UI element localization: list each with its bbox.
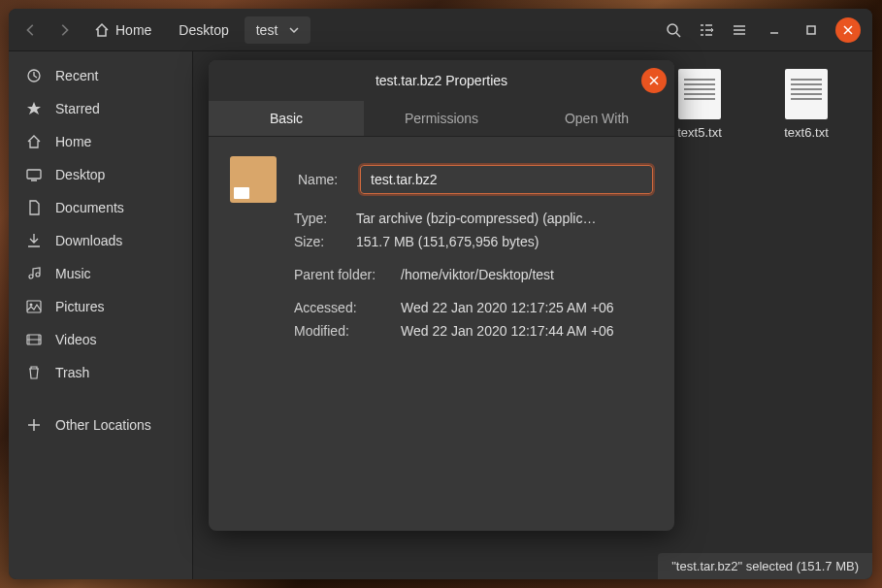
parent-folder-label: Parent folder:	[294, 267, 383, 282]
svg-point-5	[30, 304, 33, 307]
sidebar-item-label: Videos	[55, 332, 97, 347]
dialog-title: test.tar.bz2 Properties	[376, 73, 507, 88]
file-item[interactable]: text5.txt	[669, 69, 731, 140]
dialog-tabs: Basic Permissions Open With	[209, 101, 674, 137]
sidebar-item-home[interactable]: Home	[9, 125, 192, 158]
breadcrumb-label: Home	[115, 22, 151, 38]
home-icon	[94, 22, 110, 38]
sidebar-item-other-locations[interactable]: Other Locations	[9, 408, 192, 441]
sidebar-item-trash[interactable]: Trash	[9, 356, 192, 389]
trash-icon	[26, 365, 44, 380]
home-icon	[26, 134, 44, 149]
pictures-icon	[26, 299, 44, 314]
svg-rect-1	[807, 26, 815, 34]
sidebar-item-starred[interactable]: Starred	[9, 92, 192, 125]
breadcrumb-label: Desktop	[179, 22, 228, 38]
accessed-label: Accessed:	[294, 300, 383, 315]
size-label: Size:	[294, 234, 339, 249]
view-list-button[interactable]	[692, 16, 721, 45]
sidebar-item-pictures[interactable]: Pictures	[9, 290, 192, 323]
name-input[interactable]	[360, 165, 653, 194]
plus-icon	[26, 417, 44, 433]
tab-open-with[interactable]: Open With	[519, 101, 674, 136]
modified-value: Wed 22 Jan 2020 12:17:44 AM +06	[401, 323, 653, 339]
sidebar-item-label: Recent	[55, 68, 98, 83]
archive-icon	[230, 156, 277, 203]
sidebar-item-label: Starred	[55, 101, 100, 116]
breadcrumb-label: test	[256, 22, 278, 38]
sidebar-item-desktop[interactable]: Desktop	[9, 158, 192, 191]
sidebar-item-label: Downloads	[55, 233, 122, 248]
music-icon	[26, 266, 44, 281]
modified-label: Modified:	[294, 323, 383, 339]
clock-icon	[26, 68, 44, 83]
star-icon	[26, 101, 44, 116]
type-label: Type:	[294, 211, 339, 226]
parent-folder-value: /home/viktor/Desktop/test	[401, 267, 653, 282]
sidebar-item-downloads[interactable]: Downloads	[9, 224, 192, 257]
sidebar-item-label: Home	[55, 134, 91, 149]
breadcrumb-home[interactable]: Home	[82, 16, 163, 44]
sidebar-item-label: Pictures	[55, 299, 105, 314]
hamburger-menu-button[interactable]	[725, 16, 754, 45]
search-button[interactable]	[659, 16, 688, 45]
type-value: Tar archive (bzip-compressed) (applic…	[356, 211, 653, 226]
document-icon	[26, 200, 44, 215]
chevron-down-icon	[289, 25, 299, 35]
sidebar-item-label: Desktop	[55, 167, 105, 182]
sidebar-item-label: Music	[55, 266, 91, 281]
breadcrumb-desktop[interactable]: Desktop	[167, 16, 240, 44]
titlebar: Home Desktop test	[9, 9, 872, 51]
maximize-button[interactable]	[799, 17, 824, 43]
dialog-body: Name: Type: Tar archive (bzip-compressed…	[209, 137, 674, 531]
text-file-icon	[785, 69, 828, 119]
minimize-button[interactable]	[762, 17, 787, 43]
dialog-titlebar: test.tar.bz2 Properties	[209, 60, 674, 101]
svg-point-0	[668, 24, 677, 34]
desktop-icon	[26, 167, 44, 182]
sidebar-item-label: Documents	[55, 200, 124, 215]
dialog-close-button[interactable]	[641, 68, 667, 93]
close-window-button[interactable]	[835, 17, 861, 43]
file-item[interactable]: text6.txt	[775, 69, 837, 140]
accessed-value: Wed 22 Jan 2020 12:17:25 AM +06	[401, 300, 653, 315]
back-button[interactable]	[16, 16, 46, 45]
forward-button[interactable]	[49, 16, 79, 45]
sidebar-item-videos[interactable]: Videos	[9, 323, 192, 356]
file-label: text6.txt	[784, 125, 829, 140]
properties-dialog: test.tar.bz2 Properties Basic Permission…	[209, 60, 674, 531]
size-value: 151.7 MB (151,675,956 bytes)	[356, 234, 653, 249]
sidebar-item-music[interactable]: Music	[9, 257, 192, 290]
breadcrumb-test[interactable]: test	[245, 16, 311, 44]
statusbar: "test.tar.bz2" selected (151.7 MB)	[658, 553, 872, 579]
sidebar-item-label: Other Locations	[55, 417, 151, 433]
sidebar-item-label: Trash	[55, 365, 89, 380]
tab-permissions[interactable]: Permissions	[364, 101, 519, 136]
file-label: text5.txt	[677, 125, 722, 140]
tab-basic[interactable]: Basic	[209, 101, 364, 136]
text-file-icon	[678, 69, 721, 119]
sidebar: Recent Starred Home Desktop	[9, 51, 193, 579]
video-icon	[26, 332, 44, 347]
svg-rect-3	[27, 170, 41, 179]
name-label: Name:	[298, 172, 343, 187]
sidebar-item-recent[interactable]: Recent	[9, 59, 192, 92]
download-icon	[26, 233, 44, 248]
sidebar-item-documents[interactable]: Documents	[9, 191, 192, 224]
